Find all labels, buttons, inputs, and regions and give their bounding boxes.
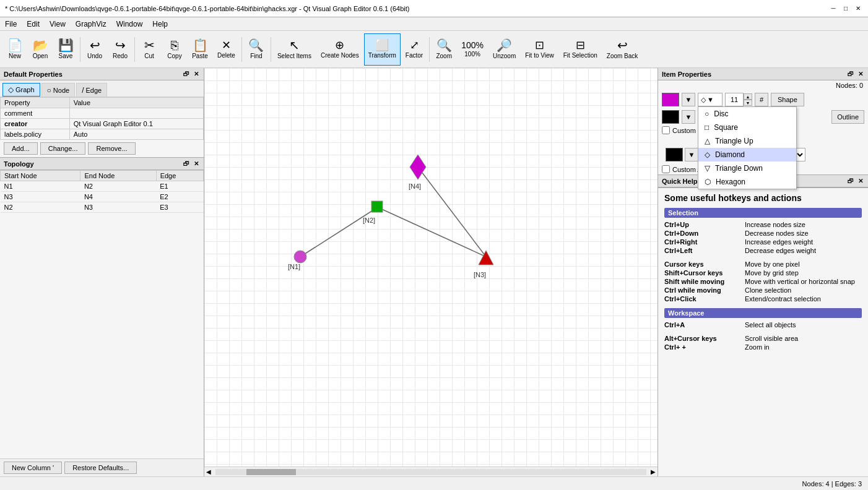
menu-help[interactable]: Help	[147, 19, 173, 30]
topology-panel: Topology 🗗 ✕ Start Node End Node Edge N1…	[0, 158, 204, 476]
qh-cursor-keys: Cursor keys Move by one pixel	[664, 260, 862, 269]
topo-r1-start: N1	[1, 181, 80, 192]
delete-button[interactable]: ✕ Delete	[213, 33, 240, 66]
shape-hexagon-item[interactable]: ⬡ Hexagon	[698, 175, 796, 189]
diamond-label: Diamond	[715, 150, 745, 159]
maximize-button[interactable]: □	[841, 4, 851, 14]
scrollbar-track-h[interactable]	[215, 469, 646, 475]
topology-restore-btn[interactable]: 🗗	[182, 160, 191, 167]
topology-close-btn[interactable]: ✕	[193, 160, 200, 167]
topo-table-wrap: Start Node End Node Edge N1 N2 E1 N3 N4 …	[0, 170, 204, 458]
fit-to-view-button[interactable]: ⊡ Fit to View	[521, 33, 558, 66]
cut-button[interactable]: ✂ Cut	[137, 33, 162, 66]
topo-row-1: N1 N2 E1	[1, 181, 204, 192]
custom-checkbox[interactable]	[662, 126, 670, 134]
add-button[interactable]: Add...	[4, 142, 38, 155]
zoom-button[interactable]: 🔍 Zoom	[432, 33, 456, 66]
shape-dropdown-menu: ○ Disc □ Square △ Triangle Up ◇	[698, 106, 797, 189]
tab-edge[interactable]: / Edge	[76, 83, 107, 97]
hash-button[interactable]: #	[755, 93, 768, 106]
triangle-down-icon: ▽	[705, 164, 710, 173]
col-value: Value	[69, 98, 203, 108]
topo-r2-edge: E2	[156, 192, 203, 202]
qh-ctrl-a: Ctrl+A Select all objects	[664, 320, 862, 329]
item-props-restore-btn[interactable]: 🗗	[846, 71, 855, 77]
new-column-button[interactable]: New Column '	[4, 462, 62, 474]
shape-square-item[interactable]: □ Square	[698, 121, 796, 134]
default-properties-restore-btn[interactable]: 🗗	[182, 71, 191, 77]
disc-label: Disc	[714, 110, 728, 118]
spin-up[interactable]: ▲	[744, 93, 752, 100]
open-button[interactable]: 📂 Open	[28, 33, 53, 66]
shape-diamond-item[interactable]: ◇ Diamond	[698, 148, 796, 161]
topo-r3-start: N2	[1, 202, 80, 213]
scrollbar-left-arrow[interactable]: ◀	[204, 468, 213, 475]
select-items-button[interactable]: ↖ Select Items	[273, 33, 316, 66]
fill-color-swatch[interactable]	[662, 93, 679, 106]
shape-triangle-up-item[interactable]: △ Triangle Up	[698, 134, 796, 148]
change-button[interactable]: Change...	[40, 142, 86, 155]
qh-ctrl-click: Ctrl+Click Extend/contract selection	[664, 294, 862, 303]
shape-size-input[interactable]	[725, 93, 744, 106]
find-button[interactable]: 🔍 Find	[244, 33, 269, 66]
transform-label: Transform	[368, 52, 396, 59]
factor-button[interactable]: ⤢ Factor	[401, 33, 427, 66]
quick-help-restore-btn[interactable]: 🗗	[846, 178, 855, 184]
qh-ctrl-plus-val: Zoom in	[745, 343, 770, 351]
redo-label: Redo	[113, 53, 128, 59]
menu-graphviz[interactable]: GraphViz	[71, 19, 111, 30]
new-button[interactable]: 📄 New	[2, 33, 27, 66]
shape-dropdown[interactable]: ◇ ▼	[698, 93, 723, 106]
custom-attributes-checkbox[interactable]	[662, 165, 670, 173]
scrollbar-thumb-h[interactable]	[246, 469, 296, 475]
remove-button[interactable]: Remove...	[88, 142, 135, 155]
transform-icon: ⬜	[375, 40, 389, 51]
zoom100-button[interactable]: 100% 100%	[457, 33, 488, 66]
scrollbar-right-arrow[interactable]: ▶	[649, 468, 658, 475]
fit-selection-button[interactable]: ⊟ Fit Selection	[559, 33, 602, 66]
zoom-back-button[interactable]: ↩ Zoom Back	[602, 33, 643, 66]
font-color-swatch[interactable]	[666, 148, 683, 161]
copy-button[interactable]: ⎘ Copy	[162, 33, 187, 66]
tab-node[interactable]: ○ Node	[41, 83, 76, 97]
fill-color-dropdown-btn[interactable]: ▼	[682, 93, 695, 106]
quick-help-close-btn[interactable]: ✕	[857, 178, 864, 184]
qh-shift-cursor: Shift+Cursor keys Move by grid step	[664, 269, 862, 277]
save-button[interactable]: 💾 Save	[53, 33, 78, 66]
default-properties-close-btn[interactable]: ✕	[193, 71, 200, 77]
shape-button[interactable]: Shape	[771, 93, 804, 106]
outline-color-swatch[interactable]	[662, 110, 679, 124]
left-panel: Default Properties 🗗 ✕ ◇ Graph ○ Node /	[0, 68, 204, 476]
prop-creator-val: Qt Visual Graph Editor 0.1	[69, 119, 203, 129]
redo-button[interactable]: ↪ Redo	[108, 33, 132, 66]
create-nodes-button[interactable]: ⊕ Create Nodes	[316, 33, 363, 66]
outline-color-dropdown-btn[interactable]: ▼	[682, 110, 695, 124]
shape-triangle-down-item[interactable]: ▽ Triangle Down	[698, 161, 796, 175]
copy-label: Copy	[167, 53, 181, 59]
menu-edit[interactable]: Edit	[22, 19, 45, 30]
canvas[interactable]: [N1] [N2] [N3] [N4]	[204, 68, 658, 466]
minimize-button[interactable]: ─	[828, 4, 838, 14]
topology-controls: 🗗 ✕	[182, 160, 200, 167]
transform-button[interactable]: ⬜ Transform	[364, 33, 401, 66]
menu-file[interactable]: File	[0, 19, 22, 30]
hexagon-icon: ⬡	[705, 178, 711, 186]
qh-ctrl-up-val: Increase nodes size	[745, 221, 805, 228]
undo-button[interactable]: ↩ Undo	[82, 33, 107, 66]
prop-comment-val	[69, 108, 203, 119]
topo-col-end: End Node	[80, 171, 156, 181]
unzoom-button[interactable]: 🔎 Unzoom	[488, 33, 520, 66]
paste-button[interactable]: 📋 Paste	[188, 33, 212, 66]
spin-down[interactable]: ▼	[744, 100, 752, 106]
tab-graph[interactable]: ◇ Graph	[2, 83, 40, 97]
font-color-dropdown-btn[interactable]: ▼	[685, 148, 698, 161]
save-icon: 💾	[58, 39, 74, 51]
menu-window[interactable]: Window	[111, 19, 148, 30]
menu-view[interactable]: View	[45, 19, 71, 30]
item-props-close-btn[interactable]: ✕	[857, 71, 864, 77]
shape-disc-item[interactable]: ○ Disc	[698, 107, 796, 121]
restore-defaults-button[interactable]: Restore Defaults...	[64, 462, 137, 474]
outline-button[interactable]: Outline	[831, 110, 864, 124]
svg-marker-7	[479, 251, 493, 265]
close-button[interactable]: ✕	[853, 4, 863, 14]
